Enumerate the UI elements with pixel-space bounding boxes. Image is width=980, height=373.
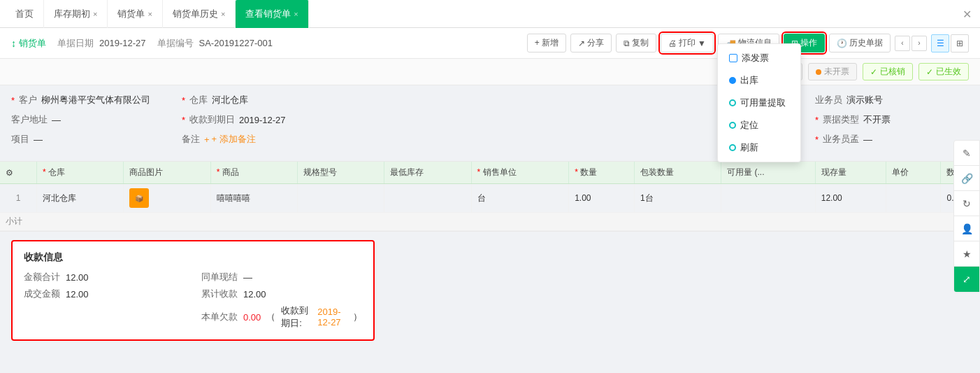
menu-add-invoice-label: 添发票 — [742, 52, 769, 64]
menu-item-refresh[interactable]: 刷新 — [718, 136, 800, 159]
customer-value: 柳州粤港平安气体有限公司 — [41, 94, 150, 106]
available-extract-icon — [729, 99, 736, 106]
doc-date-label: 单据日期 — [57, 37, 94, 50]
status-bar: 📱 来自手机 未开票 ✓ 已核销 ✓ 已生效 — [0, 59, 980, 85]
menu-item-out-warehouse[interactable]: 出库 — [718, 69, 800, 92]
new-button[interactable]: + 新增 — [527, 34, 566, 52]
payment-grid: 金额合计 12.00 同单现结 — 成交金额 12.00 累计收款 12.00 … — [24, 271, 362, 330]
user-icon: 👤 — [961, 223, 973, 234]
effective-label: 已生效 — [936, 66, 961, 78]
col-pkg-qty: 包装数量 — [634, 162, 721, 184]
copy-button[interactable]: ⧉ 复制 — [616, 34, 656, 52]
confirm-button[interactable]: ✓ 已核销 — [863, 63, 913, 80]
staff2-field: * 业务员孟 — — [815, 133, 969, 146]
print-button[interactable]: 🖨 打印 ▼ — [661, 34, 714, 52]
not-open-button[interactable]: 未开票 — [808, 63, 857, 80]
tab-sales-history[interactable]: 销货单历史 × — [163, 0, 236, 28]
grid-view-button[interactable]: ⊞ — [951, 34, 969, 52]
tab-sales-history-label: 销货单历史 — [173, 8, 218, 20]
sidebar-expand-button[interactable]: ⤢ — [954, 267, 979, 292]
sidebar-link-button[interactable]: 🔗 — [954, 166, 979, 191]
row-current-stock: 12.00 — [815, 184, 886, 213]
customer-label: 客户 — [19, 94, 37, 106]
doc-number-label: 单据编号 — [157, 37, 194, 50]
menu-item-available-extract[interactable]: 可用量提取 — [718, 92, 800, 114]
col-unit: 销售单位 — [471, 162, 569, 184]
invoice-type-value: 不开票 — [863, 113, 891, 126]
transaction-value: 12.00 — [66, 289, 89, 300]
next-button[interactable]: › — [911, 36, 927, 51]
menu-item-locate[interactable]: 定位 — [718, 114, 800, 136]
effective-button[interactable]: ✓ 已生效 — [918, 63, 969, 80]
sidebar-user-button[interactable]: 👤 — [954, 216, 979, 241]
prev-button[interactable]: ‹ — [895, 36, 910, 51]
project-field: 项目 — — [11, 133, 165, 146]
subtotal-row: 小计 — [0, 213, 980, 231]
tab-view-sales[interactable]: 查看销货单 × — [236, 0, 308, 28]
sidebar-edit-button[interactable]: ✎ — [954, 141, 979, 166]
col-product: 商品 — [210, 162, 297, 184]
row-quantity: 1.00 — [569, 184, 635, 213]
window-close-button[interactable]: ✕ — [963, 7, 972, 20]
print-label: 打印 — [679, 37, 696, 49]
list-view-button[interactable]: ☰ — [931, 34, 949, 52]
single-settlement-value: — — [243, 272, 252, 283]
col-settings: ⚙ — [0, 162, 37, 184]
project-value: — — [34, 134, 43, 145]
menu-locate-label: 定位 — [740, 119, 758, 132]
doc-meta-number: 单据编号 SA-20191227-001 — [157, 37, 273, 50]
product-table-wrapper: ⚙ 仓库 商品图片 商品 规格型号 最低库存 销售单位 数量 包装数量 可用量 … — [0, 162, 980, 232]
tab-inventory-init[interactable]: 库存期初 × — [44, 0, 108, 28]
row-product-img: 📦 — [124, 184, 210, 213]
history-button[interactable]: 🕐 历史单据 — [829, 34, 891, 52]
customer-field: * 客户 柳州粤港平安气体有限公司 — [11, 94, 165, 106]
right-sidebar: ✎ 🔗 ↻ 👤 ★ ⤢ — [953, 140, 980, 293]
form-row-1: * 客户 柳州粤港平安气体有限公司 * 仓库 河北仓库 业务员 演示账号 — [11, 94, 969, 106]
row-num: 1 — [0, 184, 37, 213]
tab-inventory-init-close[interactable]: × — [93, 10, 97, 18]
col-unit-price: 单价 — [886, 162, 941, 184]
payment-date-field: * 收款到期日 2019-12-27 — [182, 113, 336, 126]
doc-date-value: 2019-12-27 — [99, 38, 146, 48]
sidebar-rotate-button[interactable]: ↻ — [954, 191, 979, 216]
operation-label: 操作 — [800, 37, 817, 49]
warehouse-req: * — [182, 95, 185, 106]
col-warehouse: 仓库 — [37, 162, 124, 184]
share-button[interactable]: ↗ 分享 — [570, 34, 612, 52]
owed-close-paren: ） — [353, 311, 362, 323]
tab-view-sales-close[interactable]: × — [294, 10, 298, 18]
operations-dropdown: 添发票 出库 可用量提取 定位 刷新 — [717, 43, 801, 162]
staff-field: 业务员 演示账号 — [815, 94, 969, 106]
invoice-req: * — [815, 115, 819, 125]
owed-value: 0.00 — [243, 312, 261, 323]
tab-sales-order-label: 销货单 — [117, 8, 145, 20]
menu-refresh-label: 刷新 — [740, 141, 758, 154]
tab-home-label: 首页 — [15, 8, 34, 20]
confirm-label: 已核销 — [880, 66, 905, 78]
address-label: 客户地址 — [11, 113, 48, 126]
locate-icon — [729, 122, 736, 129]
note-label: 备注 — [182, 133, 200, 146]
tab-sales-history-close[interactable]: × — [221, 10, 225, 18]
owed-label: 本单欠款 — [201, 311, 238, 323]
tab-sales-order-close[interactable]: × — [147, 10, 152, 18]
history-icon: 🕐 — [837, 38, 847, 48]
col-spec: 规格型号 — [297, 162, 384, 184]
owed-extra: （ — [266, 311, 275, 323]
warehouse-field: * 仓库 河北仓库 — [182, 94, 336, 106]
check-icon: ✓ — [870, 67, 877, 77]
tab-sales-order[interactable]: 销货单 × — [108, 0, 162, 28]
row-product: 嘻嘻嘻嘻 — [210, 184, 297, 213]
doc-type-badge: ↕ 销货单 — [11, 37, 46, 50]
share-icon: ↗ — [578, 38, 585, 48]
tab-home[interactable]: 首页 — [6, 0, 44, 28]
transaction-label: 成交金额 — [24, 288, 60, 300]
table-header-row: ⚙ 仓库 商品图片 商品 规格型号 最低库存 销售单位 数量 包装数量 可用量 … — [0, 162, 980, 184]
menu-out-warehouse-label: 出库 — [740, 74, 758, 87]
menu-item-add-invoice[interactable]: 添发票 — [718, 47, 800, 69]
print-dropdown-arrow: ▼ — [698, 38, 706, 48]
subtotal-label: 小计 — [0, 213, 980, 231]
doc-meta-date: 单据日期 2019-12-27 — [57, 37, 146, 50]
sidebar-star-button[interactable]: ★ — [954, 241, 979, 267]
add-note-button[interactable]: + + 添加备注 — [204, 133, 256, 146]
